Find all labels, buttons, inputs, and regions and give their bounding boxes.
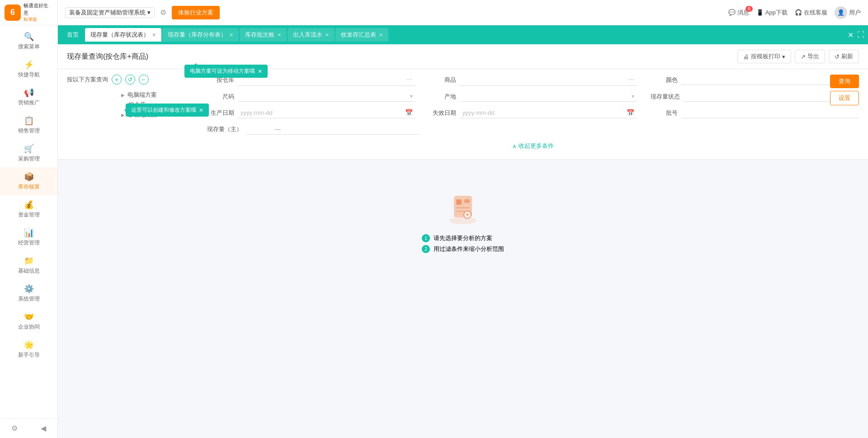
scheme-sub[interactable]: 按仓库 <box>128 100 859 110</box>
sidebar-nav: 🔍搜索菜单⚡快捷导航📢营销推广📋销售管理🛒采购管理📦库存核算💰资金管理📊经营管理… <box>0 25 57 418</box>
system-icon: ⚙️ <box>24 284 34 294</box>
tooltip2-close[interactable]: ✕ <box>199 107 203 113</box>
tab-bar-actions: ✕ ⛶ <box>848 31 864 39</box>
tab-close-1[interactable]: ✕ <box>152 32 156 38</box>
collapse-sidebar-icon[interactable]: ◀ <box>39 422 48 434</box>
page-header: 现存量查询(按仓库+商品) 🖨 按模板打印 ▾ ↗ 导出 ↺ 刷新 <box>58 44 868 69</box>
step2-num: 2 <box>422 245 430 253</box>
tab-batch-account[interactable]: 库存批次账 ✕ <box>240 28 287 42</box>
collapse-up-icon: ∧ <box>512 143 517 150</box>
export-button[interactable]: ↗ 导出 <box>795 50 825 63</box>
filter-reset-button[interactable]: ↺ <box>125 75 135 85</box>
svg-point-0 <box>449 217 476 224</box>
marketing-icon: 📢 <box>24 88 34 98</box>
support-icon: 🎧 <box>795 9 802 16</box>
scheme-mobile-arrow-icon: ▶ <box>121 113 125 118</box>
filter-back-button[interactable]: ← <box>139 75 149 85</box>
sidebar-item-guide[interactable]: 🌟新手引导 <box>0 335 57 363</box>
user-avatar-area[interactable]: 👤 用户 <box>835 6 861 19</box>
tooltip1-close[interactable]: ✕ <box>258 68 262 75</box>
user-label: 用户 <box>849 9 861 17</box>
sidebar-item-system[interactable]: ⚙️系统管理 <box>0 279 57 307</box>
industry-plan-button[interactable]: 体验行业方案 <box>172 6 220 19</box>
refresh-icon: ↺ <box>835 53 840 60</box>
stock-qty-to[interactable] <box>283 124 310 134</box>
app-download-button[interactable]: 📱 App下载 <box>756 9 788 17</box>
tab-bar: 首页 现存量（库存状况表） ✕ 现存量（库存分布表） ✕ 库存批次账 ✕ 出入库… <box>58 25 868 44</box>
tab-close-5[interactable]: ✕ <box>379 32 383 38</box>
empty-step-2: 2 用过滤条件来缩小分析范围 <box>422 245 504 253</box>
basic-icon: 📁 <box>24 256 34 266</box>
scheme-mobile[interactable]: ▶ 移动端方案 <box>121 110 859 120</box>
sidebar-bottom: ⚙ ◀ <box>0 418 57 438</box>
goods-field[interactable]: ··· <box>460 74 637 86</box>
sidebar-label-system: 系统管理 <box>18 295 40 303</box>
main-area: 装备及固定资产辅助管理系统 ▾ ⚙ 体验行业方案 💬 消息 6 📱 App下载 … <box>58 0 868 438</box>
goods-label: 商品 <box>429 76 456 84</box>
sidebar-logo: 6 畅通道好生意 标准版 <box>0 0 57 25</box>
filter-label: 按以下方案查询 <box>67 75 108 84</box>
online-support-button[interactable]: 🎧 在线客服 <box>795 9 827 17</box>
scheme-desktop[interactable]: ▶ 电脑端方案 <box>121 90 859 100</box>
logo-icon: 6 <box>5 5 21 21</box>
sidebar-label-inventory: 库存核算 <box>18 183 40 191</box>
sidebar-item-operation[interactable]: 📊经营管理 <box>0 223 57 251</box>
print-icon: 🖨 <box>743 53 749 60</box>
stock-qty-from[interactable] <box>246 124 273 134</box>
sidebar-item-finance[interactable]: 💰资金管理 <box>0 195 57 223</box>
reset-button[interactable]: 设置 <box>830 91 859 105</box>
sidebar-label-operation: 经营管理 <box>18 239 40 247</box>
finance-icon: 💰 <box>24 200 34 210</box>
message-button[interactable]: 💬 消息 6 <box>728 9 749 17</box>
empty-step-1: 1 请先选择要分析的方案 <box>422 234 504 242</box>
sidebar-item-purchase[interactable]: 🛒采购管理 <box>0 139 57 167</box>
sidebar-item-enterprise[interactable]: 🤝企业协同 <box>0 307 57 335</box>
sidebar-item-sales[interactable]: 📋销售管理 <box>0 111 57 139</box>
quicknav-icon: ⚡ <box>24 60 34 70</box>
warehouse-dots-icon[interactable]: ··· <box>406 75 412 84</box>
filter-goods: 商品 ··· <box>429 74 637 86</box>
system-selector[interactable]: 装备及固定资产辅助管理系统 ▾ <box>65 7 155 18</box>
scheme-arrow-icon: ▶ <box>121 93 125 98</box>
collapse-button[interactable]: ∧ 收起更多条件 <box>207 138 859 154</box>
settings-icon[interactable]: ⚙ <box>9 422 19 434</box>
sidebar-item-quicknav[interactable]: ⚡快捷导航 <box>0 55 57 83</box>
goods-dots-icon[interactable]: ··· <box>628 75 634 84</box>
search-icon: 🔍 <box>24 32 34 42</box>
svg-rect-4 <box>456 207 470 208</box>
sidebar-item-basic[interactable]: 📁基础信息 <box>0 251 57 279</box>
refresh-button[interactable]: ↺ 刷新 <box>829 50 859 63</box>
sidebar-label-quicknav: 快捷导航 <box>18 71 40 79</box>
sidebar-item-search[interactable]: 🔍搜索菜单 <box>0 27 57 55</box>
step1-num: 1 <box>422 234 430 242</box>
tab-close-2[interactable]: ✕ <box>229 32 233 38</box>
sidebar-label-guide: 新手引导 <box>18 351 40 359</box>
page-actions: 🖨 按模板打印 ▾ ↗ 导出 ↺ 刷新 <box>737 50 859 63</box>
tab-inventory-status[interactable]: 现存量（库存状况表） ✕ <box>85 28 161 42</box>
top-header: 装备及固定资产辅助管理系统 ▾ ⚙ 体验行业方案 💬 消息 6 📱 App下载 … <box>58 0 868 25</box>
sidebar-label-marketing: 营销推广 <box>18 99 40 107</box>
tab-flow[interactable]: 出入库流水 ✕ <box>288 28 335 42</box>
print-button[interactable]: 🖨 按模板打印 ▾ <box>737 50 791 63</box>
tab-home[interactable]: 首页 <box>61 28 84 42</box>
stock-qty-range: — <box>246 124 420 135</box>
filter-add-button[interactable]: + <box>112 75 122 85</box>
tab-close-4[interactable]: ✕ <box>325 32 329 38</box>
sidebar-item-marketing[interactable]: 📢营销推广 <box>0 83 57 111</box>
tab-close-3[interactable]: ✕ <box>277 32 281 38</box>
query-button[interactable]: 查询 <box>830 75 859 88</box>
color-label: 颜色 <box>651 76 678 84</box>
tab-summary[interactable]: 收发存汇总表 ✕ <box>335 28 388 42</box>
filter-color: 颜色 ▾ <box>651 75 859 85</box>
tooltip-scheme-create: 这里可以创建和修改方案哦 ✕ <box>126 104 209 117</box>
sidebar-label-finance: 资金管理 <box>18 211 40 219</box>
message-badge: 6 <box>745 6 753 12</box>
filter-stock-qty: 现存量（主） — <box>207 124 420 135</box>
tab-inventory-distribution[interactable]: 现存量（库存分布表） ✕ <box>162 28 239 42</box>
tooltip2-text: 这里可以创建和修改方案哦 <box>131 106 196 114</box>
sidebar-item-inventory[interactable]: 📦库存核算 <box>0 167 57 195</box>
settings-gear-icon[interactable]: ⚙ <box>160 8 166 17</box>
tab-close-all-icon[interactable]: ✕ <box>848 31 854 39</box>
tab-fullscreen-icon[interactable]: ⛶ <box>857 31 864 39</box>
step2-text: 用过滤条件来缩小分析范围 <box>434 245 504 253</box>
